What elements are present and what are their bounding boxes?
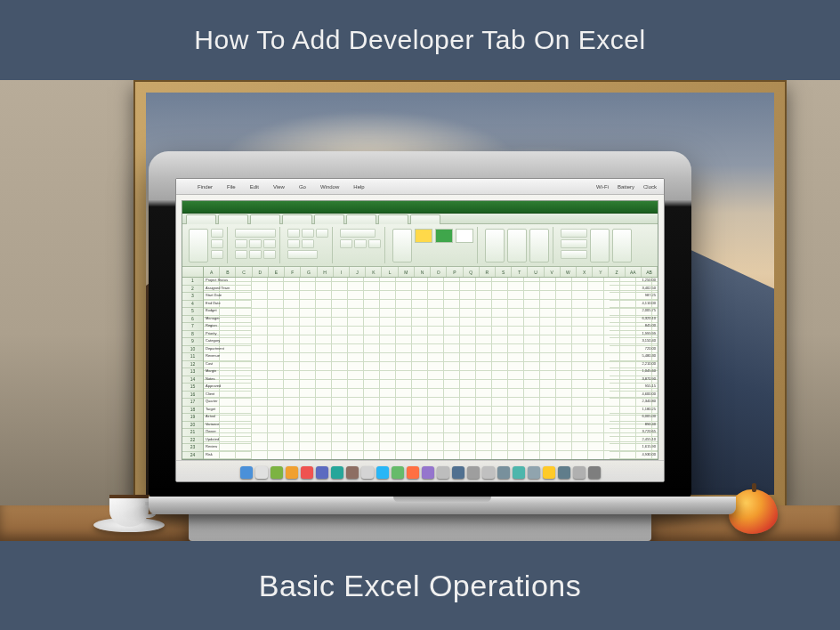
cell[interactable]: Cost xyxy=(204,361,252,369)
indent-increase-button[interactable] xyxy=(302,239,314,248)
currency-button[interactable] xyxy=(340,239,352,248)
row-header[interactable]: 20 xyxy=(182,422,203,430)
dock-app-icon[interactable] xyxy=(588,466,601,479)
cell[interactable]: 955.15 xyxy=(610,384,658,392)
ribbon-tab[interactable] xyxy=(346,214,376,224)
cell[interactable]: 3,870.90 xyxy=(610,376,658,384)
column-header[interactable]: W xyxy=(561,267,577,277)
cell[interactable]: Risk xyxy=(204,452,252,460)
cell[interactable]: 6,320.10 xyxy=(610,316,658,324)
find-select-button[interactable] xyxy=(612,229,632,262)
row-header[interactable]: 5 xyxy=(182,308,203,316)
cell[interactable]: 720.00 xyxy=(610,346,658,354)
select-all-corner[interactable] xyxy=(182,267,204,277)
dock-app-icon[interactable] xyxy=(573,466,586,479)
dock-app-icon[interactable] xyxy=(497,466,510,479)
cell[interactable]: 1,250.00 xyxy=(610,278,658,286)
clear-button[interactable] xyxy=(561,250,587,259)
dock-app-icon[interactable] xyxy=(543,466,555,479)
cell[interactable]: Department xyxy=(204,346,252,354)
cell[interactable]: Budget xyxy=(204,308,252,316)
row-header[interactable]: 18 xyxy=(182,407,203,415)
cell-area[interactable]: Project StatusAssigned TeamStart DateEnd… xyxy=(204,278,658,459)
dock-app-icon[interactable] xyxy=(407,466,419,479)
dock-app-icon[interactable] xyxy=(361,466,374,479)
dock-app-icon[interactable] xyxy=(482,466,495,479)
font-color-button[interactable] xyxy=(263,250,276,259)
fill-button[interactable] xyxy=(561,239,587,248)
menubar-item[interactable]: Help xyxy=(353,184,364,190)
ribbon-tab[interactable] xyxy=(218,214,248,224)
cell[interactable]: Client xyxy=(204,392,252,400)
cell[interactable]: 2,210.00 xyxy=(610,361,658,369)
bold-button[interactable] xyxy=(235,239,247,248)
row-header[interactable]: 10 xyxy=(182,346,203,354)
column-header[interactable]: D xyxy=(253,267,269,277)
cell[interactable]: Actual xyxy=(204,414,252,422)
align-right-button[interactable] xyxy=(316,229,328,238)
menubar-item[interactable]: Edit xyxy=(250,184,259,190)
row-header[interactable]: 1 xyxy=(182,278,203,286)
cell[interactable]: End Date xyxy=(204,301,252,309)
dock-app-icon[interactable] xyxy=(392,466,404,479)
row-header[interactable]: 3 xyxy=(182,293,203,301)
autosum-button[interactable] xyxy=(561,229,587,238)
row-header[interactable]: 16 xyxy=(182,392,203,400)
column-header[interactable]: L xyxy=(382,267,398,277)
cell[interactable]: Project Status xyxy=(204,278,252,286)
column-header[interactable]: G xyxy=(301,267,317,277)
cell[interactable]: Region xyxy=(204,323,252,331)
dock-app-icon[interactable] xyxy=(437,466,449,479)
dock-app-icon[interactable] xyxy=(376,466,389,479)
row-header[interactable]: 17 xyxy=(182,399,203,407)
row-header[interactable]: 19 xyxy=(182,414,203,422)
column-header[interactable]: Z xyxy=(609,267,625,277)
cell[interactable]: 1,615.90 xyxy=(610,444,658,452)
fill-color-button[interactable] xyxy=(249,250,262,259)
ribbon-tab[interactable] xyxy=(378,214,408,224)
column-header[interactable]: F xyxy=(285,267,301,277)
column-header[interactable]: V xyxy=(545,267,561,277)
cell[interactable]: Manager xyxy=(204,316,252,324)
cell[interactable]: 1,999.99 xyxy=(610,331,658,339)
cell[interactable]: 845.00 xyxy=(610,323,658,331)
menubar-item[interactable]: Window xyxy=(320,184,339,190)
cell[interactable]: 4,110.00 xyxy=(610,301,658,309)
cell[interactable]: Assigned Team xyxy=(204,286,252,294)
copy-button[interactable] xyxy=(211,239,223,248)
dock-app-icon[interactable] xyxy=(452,466,464,479)
column-header[interactable]: AA xyxy=(626,267,642,277)
cell[interactable]: 2,005.75 xyxy=(610,308,658,316)
column-header[interactable]: B xyxy=(220,267,236,277)
cell[interactable]: Start Date xyxy=(204,293,252,301)
cell[interactable]: 4,930.00 xyxy=(610,452,658,460)
column-header[interactable]: M xyxy=(399,267,415,277)
column-header[interactable]: E xyxy=(269,267,285,277)
dock-app-icon[interactable] xyxy=(271,466,283,479)
column-header[interactable]: A xyxy=(204,267,220,277)
percent-button[interactable] xyxy=(354,239,367,248)
menubar-item[interactable]: File xyxy=(227,184,236,190)
column-header[interactable]: X xyxy=(577,267,593,277)
cell-style-swatch[interactable] xyxy=(415,229,432,243)
insert-cells-button[interactable] xyxy=(485,229,505,262)
dock-app-icon[interactable] xyxy=(558,466,570,479)
paste-button[interactable] xyxy=(189,229,208,262)
battery-icon[interactable]: Battery xyxy=(618,184,634,190)
row-header[interactable]: 22 xyxy=(182,437,203,445)
ribbon-tab[interactable] xyxy=(410,214,440,224)
font-selector[interactable] xyxy=(235,229,276,238)
row-header[interactable]: 4 xyxy=(182,301,203,309)
cell[interactable]: Target xyxy=(204,407,252,415)
cell-style-swatch[interactable] xyxy=(456,229,473,243)
row-header[interactable]: 15 xyxy=(182,384,203,392)
cell[interactable]: 4,600.00 xyxy=(610,392,658,400)
cell[interactable]: Revenue xyxy=(204,353,252,361)
ribbon-tab[interactable] xyxy=(250,214,280,224)
menubar-item[interactable]: Finder xyxy=(198,184,213,190)
cell[interactable]: 6,005.00 xyxy=(610,414,658,422)
column-header[interactable]: N xyxy=(415,267,431,277)
row-header[interactable]: 7 xyxy=(182,323,203,331)
dock-app-icon[interactable] xyxy=(240,466,253,479)
cell[interactable]: 3,150.40 xyxy=(610,338,658,346)
